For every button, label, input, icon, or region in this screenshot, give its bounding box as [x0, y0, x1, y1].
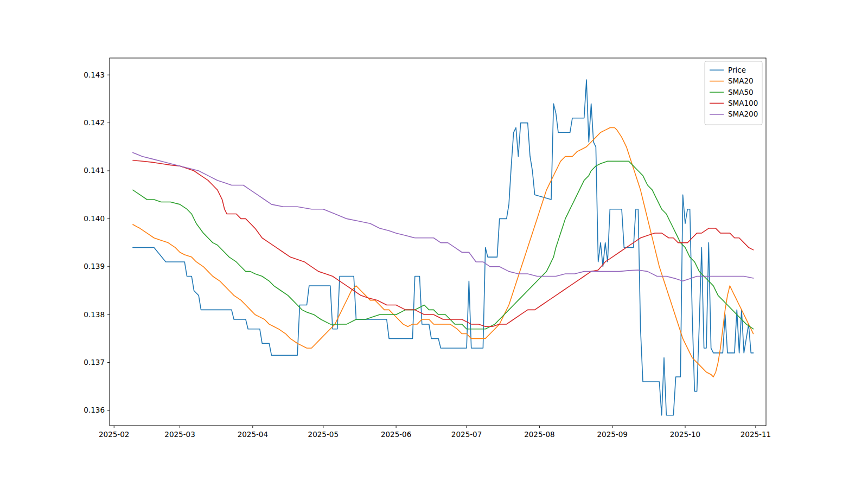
- series-line-sma50: [133, 161, 754, 329]
- legend-label-sma100: SMA100: [728, 99, 758, 107]
- legend-label-sma20: SMA20: [728, 76, 754, 85]
- series-line-price: [133, 80, 754, 415]
- x-tick-label: 2025-03: [164, 430, 195, 439]
- y-tick-label: 0.140: [84, 214, 105, 223]
- legend-label-sma50: SMA50: [728, 88, 754, 97]
- legend: PriceSMA20SMA50SMA100SMA200: [705, 61, 762, 125]
- x-tick-label: 2025-06: [381, 430, 411, 439]
- x-axis: 2025-022025-032025-042025-052025-062025-…: [99, 426, 771, 439]
- x-tick-label: 2025-02: [99, 430, 129, 439]
- y-tick-label: 0.137: [84, 358, 105, 367]
- x-tick-label: 2025-04: [238, 430, 268, 439]
- y-tick-label: 0.143: [84, 70, 105, 79]
- axes-frame: [110, 58, 766, 426]
- x-tick-label: 2025-05: [308, 430, 339, 439]
- series-line-sma200: [133, 152, 754, 281]
- figure: 2025-022025-032025-042025-052025-062025-…: [0, 0, 868, 488]
- y-tick-label: 0.138: [84, 310, 105, 319]
- y-tick-label: 0.139: [84, 262, 105, 271]
- series-line-sma100: [133, 160, 754, 327]
- y-tick-label: 0.136: [84, 406, 105, 414]
- x-tick-label: 2025-08: [524, 430, 554, 439]
- x-tick-label: 2025-11: [741, 430, 771, 439]
- legend-label-sma200: SMA200: [728, 110, 758, 118]
- y-tick-label: 0.142: [84, 118, 105, 127]
- x-tick-label: 2025-10: [670, 430, 700, 439]
- x-tick-label: 2025-09: [597, 430, 627, 439]
- chart-canvas: 2025-022025-032025-042025-052025-062025-…: [0, 0, 868, 488]
- x-tick-label: 2025-07: [451, 430, 482, 439]
- y-tick-label: 0.141: [84, 166, 105, 175]
- plot-series: [133, 80, 754, 415]
- series-line-sma20: [133, 127, 754, 377]
- legend-label-price: Price: [728, 66, 746, 74]
- y-axis: 0.1360.1370.1380.1390.1400.1410.1420.143: [84, 70, 110, 415]
